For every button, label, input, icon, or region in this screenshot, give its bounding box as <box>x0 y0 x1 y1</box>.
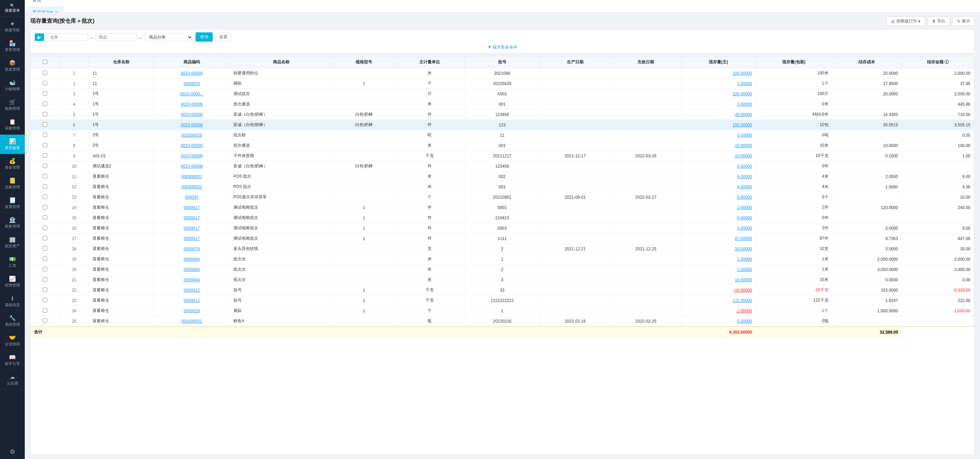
cell-code[interactable]: 0000084 <box>154 254 230 265</box>
cell-qty-main[interactable]: 10.00000 <box>681 275 756 285</box>
row-checkbox-23[interactable] <box>43 308 47 312</box>
row-checkbox-3[interactable] <box>43 102 47 106</box>
cell-qty-main[interactable]: 122.00000 <box>681 295 756 306</box>
row-checkbox-20[interactable] <box>43 277 47 282</box>
cell-code[interactable]: 0023-00009 <box>154 68 230 78</box>
row-checkbox-19[interactable] <box>43 267 47 271</box>
filter-arrow-btn[interactable]: ▶ <box>35 33 44 41</box>
cell-code[interactable]: 0000029 <box>154 78 230 89</box>
cell-code[interactable]: 001000031 <box>154 316 230 327</box>
row-checkbox-17[interactable] <box>43 246 47 251</box>
sidebar-item-17[interactable]: 📖新手引导 <box>0 351 25 370</box>
cell-qty-main[interactable]: 0.00000 <box>681 316 756 327</box>
cell-qty-main[interactable]: 10.00000 <box>681 140 756 151</box>
sidebar-item-15[interactable]: 🔧系统管理 <box>0 311 25 331</box>
cell-code[interactable]: 0000012 <box>154 285 230 295</box>
cell-qty-main[interactable]: 10.00000 <box>681 244 756 254</box>
row-checkbox-8[interactable] <box>43 153 47 158</box>
cell-code[interactable]: 0023-00005 <box>154 140 230 151</box>
sidebar-item-10[interactable]: 🏦税务管理 <box>0 213 25 233</box>
cell-code[interactable]: 0000017 <box>154 233 230 244</box>
sidebar-item-5[interactable]: 📋采购管理 <box>0 115 25 135</box>
row-checkbox-13[interactable] <box>43 205 47 209</box>
cell-qty-main[interactable]: 0.00000 <box>681 161 756 172</box>
category-select[interactable]: 商品分类 <box>145 33 193 41</box>
cell-qty-main[interactable]: 0.00000 <box>681 192 756 202</box>
warehouse-input[interactable] <box>47 33 88 41</box>
sidebar-item-3[interactable]: 🐋小鲸电商 <box>0 76 25 96</box>
cell-qty-main[interactable]: 100.00000 <box>681 120 756 130</box>
row-checkbox-11[interactable] <box>43 184 47 189</box>
sidebar-search-menu[interactable]: 🔍 搜索菜单 <box>0 0 25 17</box>
cell-code[interactable]: 0000084 <box>154 265 230 275</box>
cell-qty-main[interactable]: 49.60000 <box>681 110 756 120</box>
query-btn[interactable]: 查询 <box>196 32 213 41</box>
cell-qty-main[interactable]: 87.00000 <box>681 233 756 244</box>
sidebar-item-13[interactable]: 📈经营管理 <box>0 272 25 292</box>
sidebar-item-14[interactable]: ℹ基础信息 <box>0 292 25 311</box>
sidebar-item-1[interactable]: 🏪零售管理 <box>0 37 25 56</box>
cell-code[interactable]: 0000029 <box>154 306 230 316</box>
row-checkbox-10[interactable] <box>43 174 47 178</box>
row-checkbox-12[interactable] <box>43 194 47 199</box>
row-checkbox-0[interactable] <box>43 70 47 75</box>
sidebar-item-11[interactable]: 🏢固定资产 <box>0 233 25 252</box>
cell-qty-main[interactable]: 1.00000 <box>681 254 756 265</box>
cell-code[interactable]: 000900001 <box>154 172 230 182</box>
cell-qty-main[interactable]: 0.00000 <box>681 130 756 140</box>
cell-qty-main[interactable]: 100.00000 <box>681 89 756 99</box>
cell-qty-main[interactable]: 4.00000 <box>681 182 756 192</box>
cell-code[interactable]: 000900001 <box>154 182 230 192</box>
cell-code[interactable]: 0000017 <box>154 202 230 213</box>
cell-qty-main[interactable]: 1.00000 <box>681 78 756 89</box>
cell-code[interactable]: 000097 <box>154 192 230 202</box>
cell-qty-main[interactable]: 1.00000 <box>681 265 756 275</box>
select-all-checkbox[interactable] <box>43 60 47 64</box>
row-checkbox-9[interactable] <box>43 164 47 168</box>
tab-0[interactable]: 首页 <box>27 0 63 6</box>
cell-qty-main[interactable]: 0.00000 <box>681 99 756 110</box>
sidebar-item-18[interactable]: ☁云应用 <box>0 370 25 390</box>
cell-qty-main[interactable]: 2.00000 <box>681 202 756 213</box>
sidebar-item-2[interactable]: 📦批发管理 <box>0 56 25 76</box>
row-checkbox-7[interactable] <box>43 143 47 147</box>
cell-qty-main[interactable]: 0.00000 <box>681 213 756 223</box>
cell-qty-main[interactable]: 100.00000 <box>681 68 756 78</box>
sidebar-item-12[interactable]: 💵工资 <box>0 252 25 272</box>
cell-code[interactable]: 0000017 <box>154 223 230 233</box>
cell-code[interactable]: 0000017 <box>154 213 230 223</box>
row-checkbox-15[interactable] <box>43 226 47 230</box>
sidebar-gear-btn[interactable]: ⚙ <box>0 445 25 459</box>
cell-code[interactable]: 001000026 <box>154 130 230 140</box>
cell-qty-main[interactable]: -1.00000 <box>681 306 756 316</box>
sidebar-item-7[interactable]: 💰资金管理 <box>0 154 25 174</box>
sidebar-item-8[interactable]: 📒总账管理 <box>0 174 25 193</box>
sidebar-item-9[interactable]: 🧾发票管理 <box>0 193 25 213</box>
cell-qty-main[interactable]: -16.00000 <box>681 285 756 295</box>
cell-qty-main[interactable]: 10.00000 <box>681 151 756 161</box>
row-checkbox-21[interactable] <box>43 287 47 292</box>
row-checkbox-22[interactable] <box>43 298 47 302</box>
cell-code[interactable]: 0023-00005 <box>154 151 230 161</box>
cell-code[interactable]: 0023-00008 <box>154 120 230 130</box>
cell-qty-main[interactable]: 4.00000 <box>681 172 756 182</box>
cell-code[interactable]: 0023-00008 <box>154 161 230 172</box>
row-checkbox-18[interactable] <box>43 257 47 261</box>
set-btn[interactable]: 设置 <box>215 33 231 41</box>
expand-conditions-btn[interactable]: ▼ 展开更多条件 <box>487 45 517 50</box>
row-checkbox-14[interactable] <box>43 215 47 220</box>
cell-code[interactable]: 0000084 <box>154 275 230 285</box>
cell-code[interactable]: 0023-00005 <box>154 99 230 110</box>
goods-input[interactable] <box>96 33 137 41</box>
row-checkbox-24[interactable] <box>43 319 47 323</box>
row-checkbox-4[interactable] <box>43 112 47 116</box>
row-checkbox-2[interactable] <box>43 91 47 96</box>
sidebar-item-0[interactable]: ★快捷导航 <box>0 17 25 37</box>
sidebar-item-4[interactable]: 🛒电商管理 <box>0 96 25 115</box>
cell-qty-main[interactable]: 3.00000 <box>681 223 756 233</box>
cell-code[interactable]: 0023-00005 <box>154 110 230 120</box>
sidebar-item-16[interactable]: 🤝企业协同 <box>0 331 25 351</box>
row-checkbox-6[interactable] <box>43 132 47 137</box>
display-btn[interactable]: ↻ 展示 <box>953 16 975 26</box>
export-btn[interactable]: ⬆ 导出 <box>928 16 950 26</box>
